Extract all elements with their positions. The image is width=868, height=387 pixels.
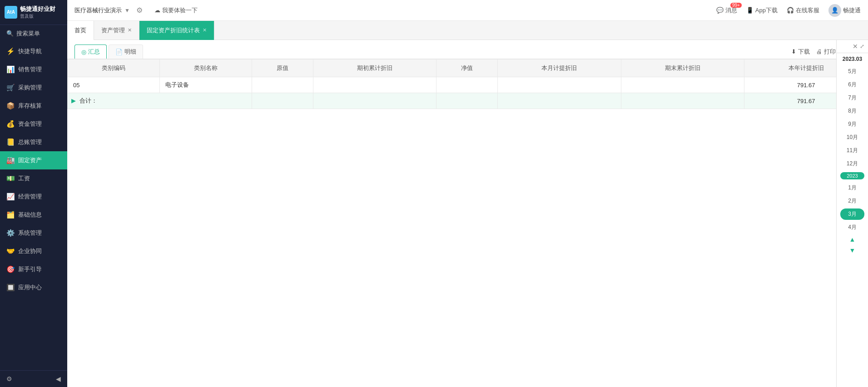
sidebar-item-inventory[interactable]: 📦 库存核算 — [0, 97, 67, 115]
table-wrapper: 类别编码 类别名称 原值 期初累计折旧 净值 本月计提折旧 期末累计折旧 本年计… — [67, 59, 868, 387]
col-code: 类别编码 — [68, 60, 160, 77]
app-download-button[interactable]: 📱 App下载 — [746, 6, 778, 15]
sidebar-bottom: ⚙ ◀ — [0, 370, 67, 387]
sidebar-item-operations[interactable]: 📈 经营管理 — [0, 188, 67, 206]
system-icon: ⚙️ — [6, 229, 15, 237]
page-content: ◎ 汇总 📄 明细 ⬇ 下载 🖨 打印 ↻ 刷新 — [67, 40, 868, 387]
cell-initial-dep — [313, 77, 436, 93]
tab-asset-mgmt-label: 资产管理 — [101, 26, 125, 35]
print-icon: 🖨 — [816, 48, 822, 55]
sidebar-item-quick-nav[interactable]: ⚡ 快捷导航 — [0, 42, 67, 60]
subtotal-net-value — [436, 93, 498, 109]
username-label: 畅捷通 — [843, 6, 861, 15]
messages-button[interactable]: 💬 消息 99+ — [716, 6, 737, 15]
online-service-button[interactable]: 🎧 在线客服 — [787, 6, 819, 15]
col-net-value: 净值 — [436, 60, 498, 77]
tab-bar: 首页 资产管理 ✕ 固定资产折旧统计表 ✕ — [67, 21, 868, 40]
col-initial-dep: 期初累计折旧 — [313, 60, 436, 77]
date-item-8[interactable]: 8月 — [837, 104, 868, 118]
sidebar-item-enterprise[interactable]: 🤝 企业协同 — [0, 242, 67, 260]
expand-icon[interactable]: ⤢ — [860, 43, 864, 50]
guide-icon: 🎯 — [6, 265, 15, 273]
date-item-6[interactable]: 6月 — [837, 78, 868, 91]
col-monthly-dep: 本月计提折旧 — [497, 60, 621, 77]
sidebar-item-label: 经营管理 — [18, 193, 42, 201]
sidebar-item-guide[interactable]: 🎯 新手引导 — [0, 260, 67, 278]
sidebar-item-basic-info[interactable]: 🗂️ 基础信息 — [0, 206, 67, 224]
date-item-2023-3-current[interactable]: 3月 — [840, 208, 864, 220]
sidebar-item-purchase[interactable]: 🛒 采购管理 — [0, 79, 67, 97]
user-menu[interactable]: 👤 畅捷通 — [828, 4, 861, 17]
date-panel-header: ✕ ⤢ — [837, 40, 868, 53]
sidebar-item-fixed-assets[interactable]: 🏭 固定资产 — [0, 151, 67, 169]
experience-button[interactable]: ☁ 我要体验一下 — [154, 6, 198, 15]
gear-icon[interactable]: ⚙ — [136, 6, 143, 15]
tab-asset-mgmt-close[interactable]: ✕ — [128, 27, 132, 33]
company-selector[interactable]: 医疗器械行业演示 ▼ — [74, 6, 130, 15]
date-item-5[interactable]: 5月 — [837, 65, 868, 78]
sidebar-item-label: 库存核算 — [18, 102, 42, 110]
sidebar-item-payroll[interactable]: 💵 工资 — [0, 169, 67, 188]
sidebar-item-label: 采购管理 — [18, 84, 42, 92]
tab-detail-label: 明细 — [124, 48, 136, 56]
table-row: 05 电子设备 791.67 — [68, 77, 868, 93]
app-logo-icon: AtA — [5, 6, 17, 19]
sidebar-item-label: 快捷导航 — [18, 47, 42, 55]
tab-detail[interactable]: 📄 明细 — [109, 45, 143, 59]
chevron-down-icon: ▼ — [124, 7, 130, 14]
date-item-10[interactable]: 10月 — [837, 131, 868, 144]
sidebar-item-label: 系统管理 — [18, 229, 42, 237]
topbar-right: 💬 消息 99+ 📱 App下载 🎧 在线客服 👤 畅捷通 — [716, 4, 861, 17]
operations-icon: 📈 — [6, 193, 15, 201]
purchase-icon: 🛒 — [6, 84, 15, 92]
tab-home-label: 首页 — [74, 26, 86, 35]
inner-tab-bar: ◎ 汇总 📄 明细 ⬇ 下载 🖨 打印 ↻ 刷新 — [67, 40, 868, 59]
sidebar-item-ledger[interactable]: 📒 总账管理 — [0, 133, 67, 151]
date-item-2023-1[interactable]: 1月 — [837, 181, 868, 194]
service-label: 在线客服 — [796, 6, 819, 15]
app-edition: 普及版 — [20, 13, 55, 19]
detail-icon: 📄 — [115, 49, 123, 55]
main-content: 医疗器械行业演示 ▼ ⚙ ☁ 我要体验一下 💬 消息 99+ 📱 App下载 🎧… — [67, 0, 868, 387]
date-list: 5月 6月 7月 8月 9月 10月 11月 12月 2023 1月 2月 3月… — [837, 65, 868, 387]
basic-info-icon: 🗂️ — [6, 211, 15, 219]
collapse-icon[interactable]: ◀ — [56, 375, 61, 382]
table-header-row: 类别编码 类别名称 原值 期初累计折旧 净值 本月计提折旧 期末累计折旧 本年计… — [68, 60, 868, 77]
date-panel-title: 2023.03 — [837, 53, 868, 65]
date-item-12[interactable]: 12月 — [837, 157, 868, 170]
date-nav-up[interactable]: ▲ — [837, 234, 868, 245]
print-button[interactable]: 🖨 打印 — [816, 48, 836, 56]
date-item-2023-4[interactable]: 4月 — [837, 221, 868, 234]
subtotal-expand-icon: ▶ — [71, 97, 76, 104]
search-menu[interactable]: 🔍 搜索菜单 — [0, 25, 67, 42]
sidebar-item-sales[interactable]: 📊 销售管理 — [0, 60, 67, 79]
download-button[interactable]: ⬇ 下载 — [791, 48, 810, 56]
tab-summary[interactable]: ◎ 汇总 — [74, 45, 107, 59]
sidebar-item-app-center[interactable]: 🔲 应用中心 — [0, 278, 67, 297]
download-icon: ⬇ — [791, 48, 796, 55]
tab-asset-mgmt[interactable]: 资产管理 ✕ — [94, 21, 139, 40]
tab-depreciation-close[interactable]: ✕ — [203, 27, 207, 33]
sidebar-item-finance[interactable]: 💰 资金管理 — [0, 115, 67, 133]
date-item-11[interactable]: 11月 — [837, 144, 868, 157]
sidebar-item-label: 应用中心 — [18, 283, 42, 292]
app-download-label: App下载 — [755, 6, 778, 15]
date-item-2023-2[interactable]: 2月 — [837, 194, 868, 208]
settings-icon[interactable]: ⚙ — [6, 375, 12, 382]
close-icon[interactable]: ✕ — [853, 43, 858, 50]
sidebar-item-label: 资金管理 — [18, 120, 42, 128]
message-badge: 99+ — [730, 3, 742, 8]
sidebar-item-label: 新手引导 — [18, 265, 42, 273]
download-label: 下载 — [798, 48, 810, 56]
sidebar-item-system[interactable]: ⚙️ 系统管理 — [0, 224, 67, 242]
date-nav-down[interactable]: ▼ — [837, 245, 868, 256]
tab-home[interactable]: 首页 — [67, 21, 94, 40]
enterprise-icon: 🤝 — [6, 247, 15, 255]
tab-depreciation[interactable]: 固定资产折旧统计表 ✕ — [139, 21, 214, 40]
fixed-assets-icon: 🏭 — [6, 156, 15, 164]
finance-icon: 💰 — [6, 120, 15, 128]
sidebar-item-label: 固定资产 — [18, 156, 42, 164]
date-item-7[interactable]: 7月 — [837, 91, 868, 104]
sidebar-logo: AtA 畅捷通好业财 普及版 — [0, 0, 67, 25]
date-item-9[interactable]: 9月 — [837, 118, 868, 131]
